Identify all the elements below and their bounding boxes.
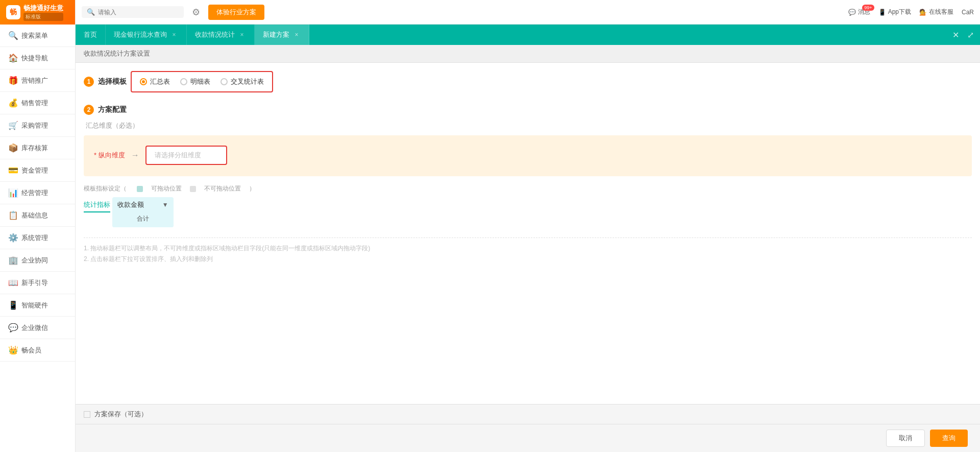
radio-cross[interactable]: 交叉统计表	[220, 77, 264, 86]
step2-number: 2	[84, 105, 94, 115]
step2-header: 2 方案配置	[84, 105, 972, 115]
breadcrumb: 收款情况统计方案设置	[76, 45, 980, 63]
trial-button[interactable]: 体验行业方案	[208, 5, 264, 20]
app-download-button[interactable]: 📱 App下载	[878, 8, 911, 16]
draggable-indicator-legend	[137, 186, 143, 192]
sidebar-item-operation[interactable]: 📊 经营管理	[0, 182, 75, 204]
step1-header: 1 选择模板 汇总表 明细表 交叉统计表	[84, 71, 972, 92]
sidebar-item-search-menu[interactable]: 🔍 搜索菜单	[0, 25, 75, 47]
basic-icon: 📋	[8, 210, 17, 220]
sidebar-item-inventory[interactable]: 📦 库存核算	[0, 137, 75, 159]
sidebar-item-wechat[interactable]: 💬 企业微信	[0, 317, 75, 339]
radio-dot-cross	[220, 78, 228, 85]
tab-new-plan[interactable]: 新建方案 ×	[255, 25, 309, 45]
search-menu-icon: 🔍	[8, 31, 17, 40]
dimension-selector[interactable]: 请选择分组维度	[145, 146, 227, 165]
marketing-icon: 🎁	[8, 76, 17, 85]
step1-title: 选择模板	[98, 77, 127, 86]
save-label: 方案保存（可选）	[94, 410, 148, 419]
search-icon: 🔍	[87, 8, 95, 16]
tips-section: 1. 拖动标题栏可以调整布局，不可跨维度或指标区域拖动栏目字段(只能在同一维度或…	[84, 237, 972, 264]
wechat-icon: 💬	[8, 323, 17, 332]
radio-dot-detail	[180, 78, 187, 85]
tab-close-collection-stats[interactable]: ×	[238, 31, 246, 39]
main-area: 🔍 ⚙ 体验行业方案 💬 消息 99+ 📱 App下载 💁 在线客服 CaR 首…	[76, 0, 980, 452]
tip-1: 1. 拖动标题栏可以调整布局，不可跨维度或指标区域拖动栏目字段(只能在同一维度或…	[84, 244, 972, 253]
cancel-button[interactable]: 取消	[886, 430, 925, 447]
step2-title: 方案配置	[98, 105, 127, 114]
sidebar-item-hardware[interactable]: 📱 智能硬件	[0, 294, 75, 317]
sidebar-item-quick-nav[interactable]: 🏠 快捷导航	[0, 47, 75, 69]
indicator-card: 收款金额 ▼ 合计	[112, 197, 174, 227]
tip-2: 2. 点击标题栏下拉可设置排序、插入列和删除列	[84, 255, 972, 264]
sidebar-item-member[interactable]: 👑 畅会员	[0, 339, 75, 362]
operation-icon: 📊	[8, 188, 17, 198]
step1-section: 1 选择模板 汇总表 明细表 交叉统计表	[84, 71, 972, 92]
tab-close-all-icon[interactable]: ✕	[950, 28, 961, 42]
dimension-area: * 纵向维度 → 请选择分组维度	[84, 135, 972, 176]
settings-icon[interactable]: ⚙	[190, 5, 202, 20]
notification-icon: 💬	[848, 9, 856, 16]
download-icon: 📱	[878, 9, 886, 16]
logo-badge: 标准版	[23, 13, 63, 21]
logo-icon: 畅	[6, 5, 20, 19]
topbar-right: 💬 消息 99+ 📱 App下载 💁 在线客服 CaR	[848, 8, 974, 16]
content-body: 1 选择模板 汇总表 明细表 交叉统计表	[76, 63, 980, 404]
indicator-card-header: 收款金额 ▼	[112, 197, 174, 212]
sidebar-item-label: 搜索菜单	[21, 31, 48, 40]
statistics-indicator-label: 统计指标	[84, 200, 110, 212]
search-input[interactable]	[98, 9, 169, 16]
system-icon: ⚙️	[8, 233, 17, 243]
step2-section: 2 方案配置 汇总维度（必选） * 纵向维度 → 请选择分组维度	[84, 105, 972, 264]
sales-icon: 💰	[8, 98, 17, 108]
topbar: 🔍 ⚙ 体验行业方案 💬 消息 99+ 📱 App下载 💁 在线客服 CaR	[76, 0, 980, 25]
enterprise-icon: 🏢	[8, 255, 17, 265]
sidebar-item-marketing[interactable]: 🎁 营销推广	[0, 69, 75, 92]
sidebar-item-sales[interactable]: 💰 销售管理	[0, 92, 75, 114]
dimension-row: * 纵向维度 → 请选择分组维度	[94, 146, 962, 165]
tab-collection-stats[interactable]: 收款情况统计 ×	[187, 25, 255, 45]
sidebar-item-basic[interactable]: 📋 基础信息	[0, 204, 75, 227]
notification-badge: 99+	[862, 5, 874, 11]
sidebar-item-system[interactable]: ⚙️ 系统管理	[0, 227, 75, 249]
radio-detail[interactable]: 明细表	[180, 77, 210, 86]
indicators-legend: 模板指标设定（ 可拖动位置 不可拖动位置 ）	[84, 184, 972, 193]
sidebar: 畅 畅捷通好生意 标准版 🔍 搜索菜单 🏠 快捷导航 🎁 营销推广 💰 销售管理…	[0, 0, 76, 452]
vertical-dimension-label: * 纵向维度	[94, 151, 125, 160]
tabbar-actions: ✕ ⤢	[946, 25, 980, 45]
content-area: 收款情况统计方案设置 1 选择模板 汇总表 明细表	[76, 45, 980, 452]
member-icon: 👑	[8, 345, 17, 355]
search-box: 🔍	[82, 6, 184, 18]
step1-number: 1	[84, 77, 94, 87]
tab-bank-flow[interactable]: 现金银行流水查询 ×	[106, 25, 187, 45]
sidebar-item-enterprise[interactable]: 🏢 企业协同	[0, 249, 75, 272]
sidebar-item-guide[interactable]: 📖 新手引导	[0, 272, 75, 294]
sidebar-logo: 畅 畅捷通好生意 标准版	[0, 0, 75, 25]
fixed-indicator-legend	[190, 186, 196, 192]
online-service-button[interactable]: 💁 在线客服	[919, 8, 953, 16]
tab-expand-icon[interactable]: ⤢	[965, 28, 976, 42]
indicator-chevron-icon[interactable]: ▼	[162, 201, 168, 208]
notification-button[interactable]: 💬 消息 99+	[848, 8, 870, 16]
quick-nav-icon: 🏠	[8, 53, 17, 63]
action-bar: 取消 查询	[76, 424, 980, 452]
service-icon: 💁	[919, 9, 927, 16]
template-selector: 汇总表 明细表 交叉统计表	[131, 71, 273, 92]
query-button[interactable]: 查询	[930, 430, 968, 447]
logo-name: 畅捷通好生意	[23, 4, 63, 13]
indicators-config: 模板指标设定（ 可拖动位置 不可拖动位置 ） 统计指标 收款金额 ▼ 合计	[84, 184, 972, 227]
arrow-icon: →	[131, 151, 139, 160]
sidebar-item-purchase[interactable]: 🛒 采购管理	[0, 114, 75, 137]
tab-home[interactable]: 首页	[76, 25, 106, 45]
indicators-section-label: 模板指标设定（	[84, 184, 127, 193]
sidebar-item-capital[interactable]: 💳 资金管理	[0, 159, 75, 182]
username-label: CaR	[962, 9, 974, 16]
tab-close-new-plan[interactable]: ×	[292, 31, 301, 39]
tabbar: 首页 现金银行流水查询 × 收款情况统计 × 新建方案 × ✕ ⤢	[76, 25, 980, 45]
footer-section: 方案保存（可选）	[76, 404, 980, 424]
tab-close-bank-flow[interactable]: ×	[170, 31, 178, 39]
dimension-label: 汇总维度（必选）	[84, 121, 972, 130]
guide-icon: 📖	[8, 278, 17, 288]
save-checkbox[interactable]	[84, 411, 90, 418]
radio-summary[interactable]: 汇总表	[140, 77, 170, 86]
